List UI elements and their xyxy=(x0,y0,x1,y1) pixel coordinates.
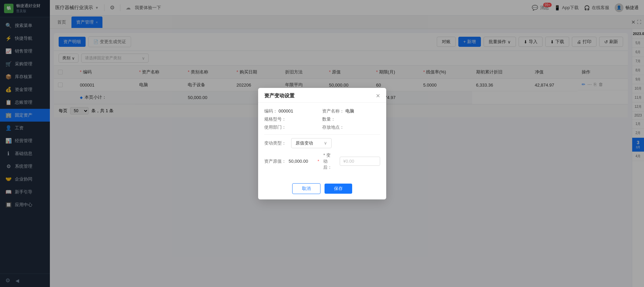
after-change-label: * 变动后： xyxy=(323,152,335,170)
change-type-label: 变动类型： xyxy=(264,140,288,146)
after-change-input[interactable] xyxy=(340,157,380,166)
save-button[interactable]: 保存 xyxy=(325,184,352,194)
asset-value-display: 50,000.00 xyxy=(289,159,308,164)
asset-value-label: 资产原值： xyxy=(264,158,286,164)
modal-header: 资产变动设置 ✕ xyxy=(258,88,386,103)
modal-quantity: 数量： xyxy=(322,116,380,122)
modal-code: 编码： 000001 xyxy=(264,108,322,114)
required-star: * xyxy=(317,159,319,164)
modal-body: 编码： 000001 资产名称： 电脑 规格型号： 数量： 使用部门： xyxy=(258,103,386,180)
asset-change-modal: 资产变动设置 ✕ 编码： 000001 资产名称： 电脑 规格型号： 数量： xyxy=(258,88,386,199)
modal-footer: 取消 保存 xyxy=(258,180,386,199)
modal-spec: 规格型号： xyxy=(264,116,322,122)
change-type-row: 变动类型： 原值变动 ∨ xyxy=(264,138,380,148)
modal-title: 资产变动设置 xyxy=(264,93,295,99)
change-type-select[interactable]: 原值变动 ∨ xyxy=(291,138,332,148)
modal-overlay: 资产变动设置 ✕ 编码： 000001 资产名称： 电脑 规格型号： 数量： xyxy=(0,0,644,287)
cancel-button[interactable]: 取消 xyxy=(292,183,320,194)
modal-dept: 使用部门： xyxy=(264,124,322,130)
modal-info-grid: 编码： 000001 资产名称： 电脑 规格型号： 数量： 使用部门： xyxy=(264,108,380,130)
modal-asset-name: 资产名称： 电脑 xyxy=(322,108,380,114)
modal-location: 存放地点： xyxy=(322,124,380,130)
modal-divider xyxy=(264,134,380,135)
asset-value-row: 资产原值： 50,000.00 * * 变动后： xyxy=(264,152,380,170)
modal-close-button[interactable]: ✕ xyxy=(376,93,380,99)
